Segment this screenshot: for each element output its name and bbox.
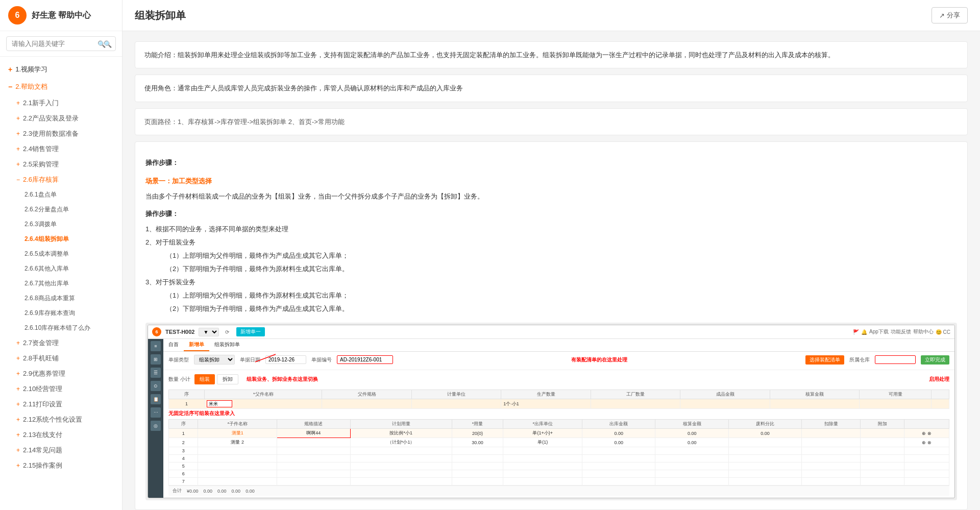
lower-td-spec-2 [277,438,350,447]
sidebar-item-data-prep[interactable]: + 2.3使用前数据准备 [0,126,122,141]
steps-container: 操作步骤： 场景一：加工类型选择 当由多个子件材料组装成一个成品的业务为【组装】… [135,141,968,510]
app-sidebar-icon-4[interactable]: ⊙ [151,381,161,391]
app-sidebar-icon-6[interactable]: ⋯ [151,407,161,418]
app-company-select[interactable]: ▼ [199,328,219,336]
sidebar-item-stock-count[interactable]: 2.6.1盘点单 [0,187,122,202]
tab-assembly-list[interactable]: 组装拆卸单 [209,339,245,351]
sidebar-item-stock-check[interactable]: 2.6.9库存账本查询 [0,306,122,321]
nav-label-video: 1.视频学习 [15,65,47,74]
tab-home[interactable]: 自首 [163,339,184,351]
sidebar-item-print[interactable]: + 2.11打印设置 [0,397,122,412]
sidebar-item-online-pay[interactable]: + 2.13在线支付 [0,427,122,443]
sidebar-item-assembly[interactable]: 2.6.4组装拆卸单 [0,232,122,247]
sidebar-item-label-stockerr: 2.6.10库存账本错了么办 [24,324,90,332]
assembly-type-btn[interactable]: 组装 [194,374,215,384]
sidebar-item-inventory[interactable]: − 2.6库存核算 [0,172,122,187]
app-sidebar-icon-3[interactable]: ☰ [151,368,161,378]
lower-td-plan-2: （计划*小1） [350,438,452,447]
sidebar-item-split-count[interactable]: 2.6.2分量盘点单 [0,202,122,217]
sidebar-item-install[interactable]: + 2.2产品安装及登录 [0,111,122,126]
upper-input-name-1[interactable] [207,400,232,407]
sidebar-search-area: 🔍 [0,31,122,57]
sidebar-item-custom[interactable]: + 2.12系统个性化设置 [0,412,122,427]
disassembly-type-btn[interactable]: 拆卸 [217,374,238,384]
sidebar-item-funds[interactable]: + 2.7资金管理 [0,335,122,351]
sidebar-item-stock-err[interactable]: 2.6.10库存账本错了么办 [0,321,122,335]
sidebar-item-faq[interactable]: + 2.14常见问题 [0,443,122,458]
form-date-input[interactable] [265,355,306,364]
step3: 3、对于拆装业务 [145,276,957,289]
nav-item-help[interactable]: − 2.帮助文档 [0,78,122,95]
plus-icon-dataprep: + [16,130,20,137]
app-footer: 合计 ¥0.00 0.00 0.00 0.00 0.00 [168,485,949,496]
sidebar-item-purchase[interactable]: + 2.5采购管理 [0,157,122,172]
app-sidebar: ≡ ⊞ ☰ ⊙ 📋 ⋯ ◎ [148,339,163,498]
sidebar-item-mobile[interactable]: + 2.8手机旺铺 [0,351,122,366]
upper-td-calc-1 [770,399,860,409]
share-button[interactable]: ↗ 分享 [932,7,968,23]
lower-row-1: 1 测量1 啊啊44 按比例*小1 20(0) 单(1+小)+ 0.00 [169,429,949,438]
sidebar-item-adjust[interactable]: 2.6.3调拨单 [0,217,122,232]
upper-td-seq-1: 1 [169,399,205,409]
lower-row-6: 6 [169,470,949,478]
form-warehouse-input[interactable] [875,355,916,364]
upper-td-action-1 [931,399,949,409]
lower-td-waste-1: 0.00 [728,429,801,438]
lower-th-extra: 附加 [861,420,904,429]
lower-row-7: 7 [169,478,949,485]
tab-new[interactable]: 新增单 [184,339,209,351]
complete-btn[interactable]: 立即完成 [921,355,949,365]
lower-th-plan: 计划用量 [350,420,452,429]
sidebar-item-cases[interactable]: + 2.15操作案例 [0,458,122,473]
sidebar-item-mgmt[interactable]: + 2.10经营管理 [0,381,122,397]
app-nav-help[interactable]: App下载 [869,328,889,335]
sidebar-item-cost-adjust[interactable]: 2.6.5成本调整单 [0,247,122,261]
expand-icon-help: − [8,83,12,91]
app-sidebar-icon-7[interactable]: ◎ [151,421,161,431]
sidebar-item-newbie[interactable]: + 2.1新手入门 [0,95,122,111]
form-order-input[interactable] [337,355,393,364]
app-sidebar-icon-1[interactable]: ≡ [151,341,161,351]
sidebar-item-label-splitcount: 2.6.2分量盘点单 [24,205,69,214]
app-nav-feedback[interactable]: 功能反馈 [891,328,911,335]
enable-annotation: 启用处理 [929,376,949,383]
app-nav-helpcenter[interactable]: 帮助中心 [913,328,934,335]
step3-sub1: （1）上部明细为父件明细，最终作为原材料生成其它出库单； [145,289,957,302]
search-icon: 🔍 [104,40,112,47]
sidebar-item-label-adjust: 2.6.3调拨单 [24,220,57,229]
sidebar-item-label-onlinepay: 2.13在线支付 [23,430,62,440]
sidebar-header: 6 好生意 帮助中心 [0,0,122,31]
plus-icon-mobile: + [16,355,20,362]
lower-td-seq-2: 2 [169,438,198,447]
upper-td-name-1 [205,399,322,409]
app-header: 6 TEST-H002 ▼ ⟳ 新增单一 🚩 🔔 App下载 功能反馈 帮助中心… [148,325,954,339]
nav-section-help: − 2.帮助文档 + 2.1新手入门 + 2.2产品安装及登录 + 2.3使用前… [0,78,122,473]
app-nav-user[interactable]: 😊 CC [936,329,950,335]
sidebar-item-other-in[interactable]: 2.6.6其他入库单 [0,261,122,276]
app-tabs: 自首 新增单 组装拆卸单 [163,339,954,352]
search-input[interactable] [6,36,116,51]
app-sidebar-icon-2[interactable]: ⊞ [151,354,161,365]
main-area: 组装拆卸单 ↗ 分享 功能介绍：组装拆卸单用来处理企业组装或拆卸等加工业务，支持… [122,0,980,510]
sidebar-item-sales[interactable]: + 2.4销售管理 [0,141,122,157]
plus-icon-custom: + [16,416,20,423]
app-new-btn[interactable]: 新增单一 [236,327,265,336]
app-company: TEST-H002 [165,329,194,335]
main-body: 功能介绍：组装拆卸单用来处理企业组装或拆卸等加工业务，支持有固定装配清单的产品加… [122,31,980,510]
footer-val1: 0.00 [204,489,213,494]
nav-item-video[interactable]: + 1.视频学习 [0,61,122,78]
sidebar-item-coupon[interactable]: + 2.9优惠券管理 [0,366,122,381]
upper-td-avail-1 [860,399,931,409]
sidebar-item-other-out[interactable]: 2.6.7其他出库单 [0,276,122,291]
sidebar-item-cost-recalc[interactable]: 2.6.8商品成本重算 [0,291,122,306]
form-type-select[interactable]: 组装拆卸 [194,355,235,365]
lower-td-seq-1: 1 [169,429,198,438]
select-bom-btn[interactable]: 选择装配清单 [805,355,844,365]
app-logo: 6 [152,327,161,336]
lower-td-calc-2: 0.00 [655,438,728,447]
app-sidebar-icon-5[interactable]: 📋 [151,394,161,404]
page-title: 组装拆卸单 [135,9,186,22]
upper-table-header-row: 序 *父件名称 父件规格 计量单位 生产数量 工厂数量 成品金额 [169,390,949,399]
lower-td-out-2: 0.00 [582,438,655,447]
app-body-area: 数量 小计 组装 拆卸 组装业务、拆卸业务在这里切换 启用处理 [163,370,954,498]
